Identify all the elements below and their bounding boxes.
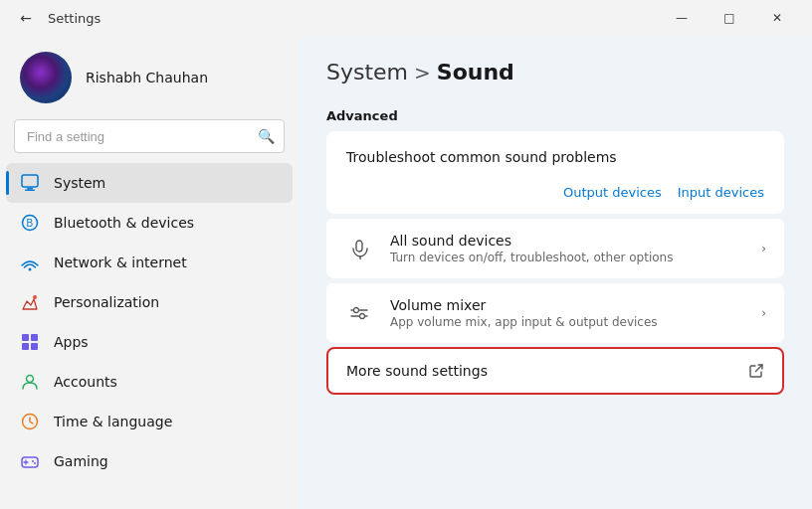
- volume-mixer-item[interactable]: Volume mixer App volume mix, app input &…: [326, 282, 784, 343]
- sidebar-item-bluetooth[interactable]: B Bluetooth & devices: [6, 203, 293, 243]
- user-section: Rishabh Chauhan: [0, 36, 299, 115]
- window-controls: — □ ✕: [659, 2, 800, 34]
- main-layout: Rishabh Chauhan 🔍 System: [0, 36, 812, 509]
- sidebar-item-apps[interactable]: Apps: [6, 322, 293, 362]
- svg-rect-16: [356, 241, 362, 252]
- sidebar-item-personalization[interactable]: Personalization: [6, 282, 293, 322]
- svg-text:B: B: [27, 218, 34, 229]
- all-sound-devices-chevron: ›: [761, 242, 766, 255]
- volume-mixer-title: Volume mixer: [390, 297, 747, 313]
- svg-point-17: [354, 308, 359, 313]
- breadcrumb-sound: Sound: [437, 60, 514, 85]
- search-box: 🔍: [14, 119, 285, 153]
- svg-rect-8: [31, 334, 38, 341]
- svg-point-5: [29, 268, 32, 271]
- user-name: Rishabh Chauhan: [86, 70, 208, 85]
- svg-point-15: [34, 462, 36, 464]
- gaming-icon: [20, 451, 40, 471]
- sidebar-item-system[interactable]: System: [6, 163, 293, 203]
- search-icon: 🔍: [258, 128, 275, 144]
- sidebar-item-time[interactable]: Time & language: [6, 402, 293, 441]
- titlebar: ← Settings — □ ✕: [0, 0, 812, 36]
- sidebar-item-network[interactable]: Network & internet: [6, 243, 293, 282]
- maximize-button[interactable]: □: [707, 2, 752, 34]
- all-sound-devices-card: All sound devices Turn devices on/off, t…: [326, 218, 784, 278]
- svg-point-14: [32, 460, 34, 462]
- svg-rect-9: [22, 343, 29, 350]
- svg-rect-1: [27, 188, 33, 190]
- breadcrumb: System > Sound: [326, 60, 784, 85]
- breadcrumb-system: System: [326, 60, 408, 85]
- system-icon: [20, 173, 40, 193]
- network-icon: [20, 253, 40, 272]
- sidebar-item-gaming[interactable]: Gaming: [6, 441, 293, 481]
- external-link-icon: [748, 363, 764, 379]
- close-button[interactable]: ✕: [754, 2, 800, 34]
- volume-mixer-subtitle: App volume mix, app input & output devic…: [390, 315, 747, 329]
- sidebar-item-label-bluetooth: Bluetooth & devices: [54, 215, 194, 231]
- sidebar: Rishabh Chauhan 🔍 System: [0, 36, 299, 509]
- troubleshoot-links: Output devices Input devices: [346, 185, 764, 200]
- sound-device-icon: [344, 233, 376, 264]
- volume-mixer-card: Volume mixer App volume mix, app input &…: [326, 282, 784, 343]
- all-sound-devices-item[interactable]: All sound devices Turn devices on/off, t…: [326, 218, 784, 278]
- content-area: System > Sound Advanced Troubleshoot com…: [299, 36, 812, 509]
- section-title-advanced: Advanced: [326, 108, 784, 123]
- all-sound-devices-title: All sound devices: [390, 233, 747, 249]
- all-sound-devices-text: All sound devices Turn devices on/off, t…: [390, 233, 747, 264]
- volume-mixer-text: Volume mixer App volume mix, app input &…: [390, 297, 747, 329]
- sidebar-item-label-gaming: Gaming: [54, 453, 108, 469]
- svg-rect-7: [22, 334, 29, 341]
- more-sound-settings-card[interactable]: More sound settings: [326, 347, 784, 395]
- svg-point-6: [33, 295, 37, 299]
- sidebar-item-label-accounts: Accounts: [54, 374, 117, 390]
- svg-rect-2: [25, 190, 35, 192]
- breadcrumb-separator: >: [414, 61, 431, 85]
- volume-mixer-chevron: ›: [761, 306, 766, 320]
- minimize-button[interactable]: —: [659, 2, 705, 34]
- apps-icon: [20, 332, 40, 352]
- svg-point-18: [360, 314, 365, 319]
- svg-point-11: [27, 376, 34, 383]
- sidebar-item-label-time: Time & language: [54, 414, 172, 429]
- time-icon: [20, 412, 40, 431]
- accounts-icon: [20, 372, 40, 392]
- titlebar-title: Settings: [48, 11, 101, 26]
- output-devices-link[interactable]: Output devices: [563, 185, 662, 200]
- avatar-image: [20, 52, 72, 103]
- troubleshoot-title: Troubleshoot common sound problems: [346, 149, 764, 165]
- sidebar-item-label-personalization: Personalization: [54, 294, 159, 310]
- troubleshoot-card: Troubleshoot common sound problems Outpu…: [326, 131, 784, 214]
- sidebar-item-accounts[interactable]: Accounts: [6, 362, 293, 402]
- nav-list: System B Bluetooth & devices: [0, 161, 299, 501]
- input-devices-link[interactable]: Input devices: [678, 185, 764, 200]
- volume-mixer-icon: [344, 297, 376, 329]
- sidebar-item-label-system: System: [54, 175, 105, 191]
- bluetooth-icon: B: [20, 213, 40, 233]
- avatar: [20, 52, 72, 103]
- search-input[interactable]: [14, 119, 285, 153]
- all-sound-devices-subtitle: Turn devices on/off, troubleshoot, other…: [390, 251, 747, 264]
- more-sound-settings-title: More sound settings: [346, 363, 734, 379]
- personalization-icon: [20, 292, 40, 312]
- svg-rect-10: [31, 343, 38, 350]
- sidebar-item-label-apps: Apps: [54, 334, 89, 350]
- back-button[interactable]: ←: [12, 4, 40, 32]
- svg-rect-0: [22, 175, 38, 187]
- sidebar-item-label-network: Network & internet: [54, 254, 187, 270]
